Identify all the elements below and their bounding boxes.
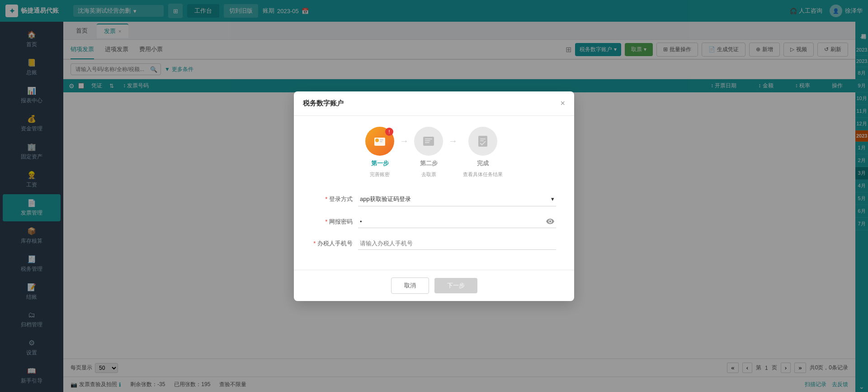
svg-rect-10 (480, 140, 484, 141)
login-method-row: * 登录方式 app获取验证码登录 ▾ (312, 192, 556, 206)
modal-overlay: 税务数字账户 × ! 第一步 (0, 0, 868, 392)
svg-rect-2 (380, 139, 383, 140)
svg-rect-6 (425, 140, 430, 141)
stepper: ! 第一步 完善账密 → 第 (312, 127, 556, 178)
phone-input[interactable] (358, 237, 556, 250)
tax-digital-modal: 税务数字账户 × ! 第一步 (294, 91, 574, 301)
modal-close-button[interactable]: × (560, 99, 565, 108)
password-eye-icon[interactable] (546, 218, 554, 225)
step-1-label: 第一步 (371, 159, 389, 167)
password-input-wrap (358, 215, 556, 228)
phone-row: * 办税人手机号 (312, 237, 556, 250)
password-label: * 网报密码 (312, 218, 353, 226)
modal-title: 税务数字账户 (303, 99, 344, 108)
step-arrow-1: → (394, 136, 414, 146)
next-step-button[interactable]: 下一步 (434, 278, 477, 293)
step-1: ! 第一步 完善账密 (365, 127, 394, 178)
step-2-label: 第二步 (420, 159, 438, 167)
step-3-svg (476, 134, 490, 148)
svg-rect-3 (380, 141, 382, 142)
login-method-select[interactable]: app获取验证码登录 ▾ (358, 192, 556, 206)
login-method-value: app获取验证码登录 (360, 195, 411, 203)
step-3: 完成 查看具体任务结果 (463, 127, 503, 178)
step-3-label: 完成 (477, 159, 489, 167)
step-3-sublabel: 查看具体任务结果 (463, 171, 503, 178)
svg-rect-5 (425, 139, 432, 139)
step-2-svg (421, 134, 436, 148)
cancel-modal-button[interactable]: 取消 (391, 277, 429, 294)
modal-body: ! 第一步 完善账密 → 第 (294, 116, 574, 270)
svg-point-1 (375, 139, 379, 142)
svg-rect-7 (425, 142, 429, 143)
step-2: 第二步 去取票 (414, 127, 443, 178)
step-2-icon (414, 127, 443, 156)
step-2-sublabel: 去取票 (421, 171, 436, 178)
modal-footer: 取消 下一步 (294, 270, 574, 301)
phone-label: * 办税人手机号 (312, 239, 353, 248)
login-method-label: * 登录方式 (312, 195, 353, 203)
step-arrow-2: → (443, 136, 463, 146)
step-1-badge: ! (385, 128, 393, 136)
step-1-svg (373, 134, 387, 148)
password-row: * 网报密码 (312, 215, 556, 228)
modal-header: 税务数字账户 × (294, 91, 574, 116)
phone-input-wrap (358, 237, 556, 250)
login-method-dropdown-icon: ▾ (551, 196, 554, 202)
svg-rect-9 (480, 139, 486, 139)
step-1-sublabel: 完善账密 (370, 171, 390, 178)
step-1-icon: ! (365, 127, 394, 156)
step-3-icon (468, 127, 497, 156)
password-input[interactable] (358, 215, 556, 228)
